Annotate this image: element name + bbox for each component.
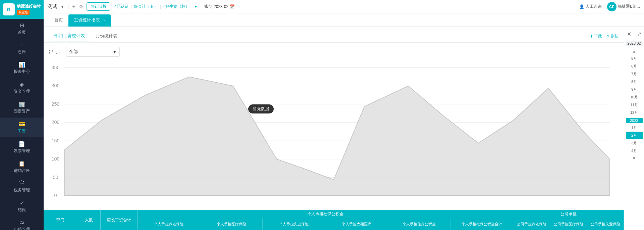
tab-home[interactable]: 首页 — [49, 14, 68, 27]
sidebar-item-payroll[interactable]: 💳 工资 — [0, 118, 44, 137]
month-apr[interactable]: 4月 — [626, 147, 643, 155]
refresh-icon: ↻ — [606, 34, 609, 39]
tab-payroll-stats[interactable]: 工资统计报表 × — [68, 14, 111, 27]
th-unemployment: 个人承担失业保险 — [263, 218, 325, 230]
subtabs: 部门工资统计表 月份统计表 ⬇ 下载 ↻ 刷新 — [44, 27, 624, 43]
subtab-dept[interactable]: 部门工资统计表 — [49, 30, 90, 42]
month-dec[interactable]: 12月 — [626, 109, 643, 117]
sidebar-item-settlement[interactable]: ✓ 结账 — [0, 196, 44, 216]
logo-icon: 好 — [3, 3, 15, 15]
svg-text:300: 300 — [52, 83, 60, 88]
dept-select[interactable]: 全部 ▼ — [66, 47, 120, 57]
archive-icon: 🗂 — [19, 220, 24, 226]
sidebar-item-invoice[interactable]: 📄 发票管理 — [0, 137, 44, 157]
logo-icon-text: 好 — [7, 7, 10, 12]
th-co-group-children: 公司承担养老保险 公司承担医疗保险 公司承担失业保险 — [513, 218, 624, 230]
settlement-icon: ✓ — [20, 200, 24, 206]
table-header: 部门 人数 应发工资合计 个人承担社保公积金 个人承担养老保险 — [44, 210, 624, 230]
ai-icon: 👤 — [579, 4, 584, 9]
topbar-title: 测试 — [48, 4, 57, 10]
ledger-icon: ≡ — [20, 42, 23, 48]
month-jul[interactable]: 7月 — [626, 70, 643, 78]
panel-expand-btn[interactable]: ⤢ — [636, 30, 643, 39]
svg-text:50: 50 — [53, 174, 58, 180]
filterbar: 部门： 全部 ▼ — [44, 43, 624, 61]
logo-text-block: 畅捷通好会计 专业版 — [17, 4, 41, 15]
th-co-group-label: 公司承担 — [513, 210, 624, 218]
sidebar-item-label: 工资 — [18, 128, 26, 134]
logo-badge: 专业版 — [17, 10, 30, 15]
dropdown-arrow: ▼ — [60, 4, 64, 9]
scroll-down-btn[interactable]: ▼ — [631, 155, 637, 162]
sidebar-item-label: 结账 — [18, 207, 26, 213]
sidebar-item-funds[interactable]: ◈ 资金管理 — [0, 78, 44, 98]
sidebar-item-tax[interactable]: 🏛 税务管理 — [0, 177, 44, 196]
year-badge-2023: 2023 — [626, 118, 643, 123]
month-aug[interactable]: 8月 — [626, 78, 643, 86]
sidebar-item-sales[interactable]: 📋 进销台账 — [0, 157, 44, 177]
download-btn[interactable]: ⬇ 下载 — [590, 34, 602, 39]
period-label: 账期 — [204, 4, 212, 9]
logo-name: 畅捷通好会计 — [17, 4, 41, 9]
month-sep[interactable]: 9月 — [626, 86, 643, 93]
month-jan[interactable]: 1月 — [626, 124, 643, 132]
sidebar-item-reports[interactable]: 📊 报表中心 — [0, 58, 44, 78]
sidebar-item-ledger[interactable]: ≡ 总账 — [0, 39, 44, 58]
th-co-medical: 公司承担医疗保险 — [550, 218, 587, 230]
payroll-chart: 350 300 250 200 150 100 50 0 — [49, 61, 619, 207]
panel-close-btn[interactable]: ✕ — [626, 30, 633, 39]
th-housing-fund: 个人承担住房公积金 — [388, 218, 451, 230]
th-total-social: 个人承担社保公积金合计 — [450, 218, 513, 230]
month-nov[interactable]: 11月 — [626, 101, 643, 109]
dept-filter-label: 部门： — [49, 49, 62, 55]
main-content: 测试 ▼ | + ⚙ 切到旧版 ✓已认证 | 好会计（专） | +好生意（标） … — [44, 0, 644, 230]
topbar-gear-btn[interactable]: ⚙ — [79, 4, 83, 10]
svg-text:150: 150 — [52, 138, 60, 143]
month-jun[interactable]: 6月 — [626, 62, 643, 70]
assets-icon: 🏢 — [18, 101, 25, 107]
month-may[interactable]: 5月 — [626, 55, 643, 62]
sidebar-item-label: 税务管理 — [14, 187, 30, 193]
scroll-up-btn[interactable]: ▲ — [631, 48, 637, 55]
month-feb-active[interactable]: 2月 — [626, 132, 643, 139]
sidebar-item-label: 固定资产 — [14, 108, 30, 114]
sidebar-item-home[interactable]: ⊞ 首页 — [0, 19, 44, 39]
year-section-current: 2023.02 — [624, 39, 644, 48]
subtab-monthly-label: 月份统计表 — [96, 33, 117, 38]
month-mar[interactable]: 3月 — [626, 139, 643, 147]
status-certified: ✓已认证 — [113, 4, 129, 9]
topbar: 测试 ▼ | + ⚙ 切到旧版 ✓已认证 | 好会计（专） | +好生意（标） … — [44, 0, 644, 13]
subtab-dept-label: 部门工资统计表 — [54, 33, 85, 38]
payroll-icon: 💳 — [18, 121, 25, 127]
period-value: 2023-02 — [214, 4, 228, 9]
calendar-icon[interactable]: 📅 — [230, 4, 235, 9]
sales-icon: 📋 — [18, 160, 25, 167]
th-group-children: 个人承担养老保险 个人承担医疗保险 个人承担失业保险 个人承担大额医疗 — [138, 218, 513, 230]
switch-to-old-btn[interactable]: 切到旧版 — [87, 2, 110, 11]
refresh-btn[interactable]: ↻ 刷新 — [606, 34, 619, 39]
sidebar-item-archive[interactable]: 🗂 归档管理 — [0, 216, 44, 230]
refresh-label: 刷新 — [610, 34, 619, 39]
svg-text:200: 200 — [52, 120, 60, 125]
right-panel: ✕ ⤢ 2023.02 ▲ 5月 6月 7月 — [624, 27, 644, 230]
invoice-icon: 📄 — [18, 141, 25, 147]
tab-close-btn[interactable]: × — [103, 18, 105, 22]
sidebar-item-label: 进销台账 — [14, 168, 30, 174]
sidebar-nav: ⊞ 首页 ≡ 总账 📊 报表中心 ◈ 资金管理 🏢 固定资产 💳 工资 — [0, 19, 44, 230]
th-dept: 部门 — [44, 210, 77, 230]
home-icon: ⊞ — [20, 22, 24, 29]
status-sep: | — [131, 4, 132, 9]
month-oct[interactable]: 10月 — [626, 93, 643, 101]
topbar-add-btn[interactable]: + — [72, 4, 75, 10]
topbar-user-menu[interactable]: CE 畅捷通B组... — [607, 2, 640, 11]
sidebar-item-label: 资金管理 — [14, 89, 30, 94]
sidebar: 好 畅捷通好会计 专业版 ⊞ 首页 ≡ 总账 📊 报表中心 ◈ — [0, 0, 44, 230]
th-medical: 个人承担医疗保险 — [200, 218, 263, 230]
subtab-monthly[interactable]: 月份统计表 — [90, 30, 123, 42]
tax-icon: 🏛 — [19, 180, 24, 186]
status-good-biz: +好生意（标） — [163, 4, 190, 9]
topbar-ai-consult[interactable]: 👤 人工咨询 — [579, 4, 602, 9]
topbar-dropdown[interactable]: ▼ — [60, 4, 64, 9]
sidebar-item-assets[interactable]: 🏢 固定资产 — [0, 98, 44, 118]
svg-text:100: 100 — [52, 156, 60, 162]
